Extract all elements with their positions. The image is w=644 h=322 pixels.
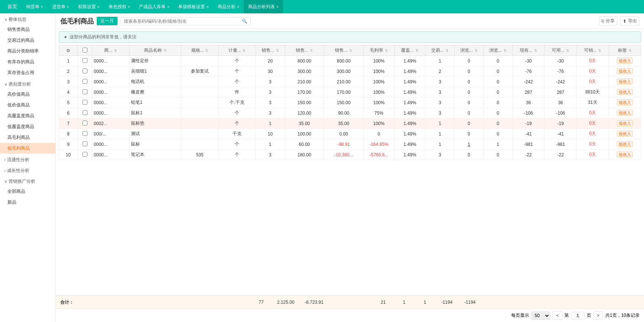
row-checkbox[interactable] — [83, 100, 87, 105]
col-header-trade[interactable]: 交易... ⇅ — [426, 45, 455, 56]
sidebar-group-growth[interactable]: › 成长性分析 — [0, 165, 55, 175]
row-checkbox[interactable] — [83, 121, 87, 125]
cell-spec — [181, 56, 218, 66]
col-header-sales-profit[interactable]: 销售... ⇅ — [324, 45, 363, 56]
row-checkbox[interactable] — [83, 68, 87, 73]
sidebar-item-low-coverage[interactable]: 低覆盖度商品 — [0, 121, 55, 132]
cell-name: 电话机 — [129, 77, 181, 87]
close-icon[interactable]: × — [97, 5, 100, 9]
table-row: 8 000/... 测试 千克 10 100.00 0.00 0 1.49% 1… — [59, 129, 641, 139]
sidebar-group-category[interactable]: ∨ 类别度分析 — [0, 78, 55, 89]
cell-no: 3 — [59, 77, 78, 87]
col-header-current[interactable]: 现有... ⇅ — [512, 45, 544, 56]
next-page-button[interactable]: ＞ — [593, 311, 603, 320]
close-icon[interactable]: × — [167, 5, 169, 9]
cell-no: 1 — [59, 56, 78, 66]
cell-checkbox[interactable] — [78, 150, 92, 160]
cell-sales-profit: -10,380... — [324, 150, 363, 160]
prev-page-button[interactable]: ＜ — [552, 311, 562, 320]
search-input[interactable] — [124, 19, 242, 24]
cell-checkbox[interactable] — [78, 56, 92, 66]
export-button[interactable]: ⬆ 导出 — [620, 16, 640, 26]
sidebar-group-overall[interactable]: ∨ 整体信息 — [0, 13, 55, 24]
col-header-spec[interactable]: 规格... ⇅ — [181, 45, 218, 56]
search-box[interactable]: 🔍 — [121, 17, 251, 25]
col-header-browse2[interactable]: 浏览... ⇅ — [483, 45, 512, 56]
close-icon[interactable]: × — [128, 5, 130, 9]
row-checkbox[interactable] — [83, 58, 87, 63]
nav-template[interactable]: 单据模板设置 × — [174, 0, 213, 13]
select-all-checkbox[interactable] — [83, 48, 87, 52]
cell-code: 0000... — [92, 139, 129, 150]
col-header-settings[interactable]: ⚙ — [59, 45, 78, 56]
sidebar-item-high-value[interactable]: 高价值商品 — [0, 89, 55, 100]
cell-checkbox[interactable] — [78, 66, 92, 77]
nav-purchase[interactable]: 进货单 × — [48, 0, 74, 13]
col-header-browse1[interactable]: 浏览... ⇅ — [454, 45, 483, 56]
cell-checkbox[interactable] — [78, 129, 92, 139]
sidebar-item-low-value[interactable]: 低价值商品 — [0, 100, 55, 111]
cell-unit: 个 — [218, 77, 256, 87]
nav-sales[interactable]: 销货单 × — [22, 0, 48, 13]
sidebar-item-stock-capital[interactable]: 库存资金占用 — [0, 67, 55, 78]
row-checkbox[interactable] — [83, 79, 87, 84]
row-checkbox[interactable] — [83, 131, 87, 136]
col-header-sales-qty[interactable]: 销售... ⇅ — [256, 45, 285, 56]
data-table: ⚙ 商... ⇅ 商品名称 ⇅ 规格... ⇅ 计量... ⇅ 销售... ⇅ … — [59, 45, 641, 160]
cell-code: 0000... — [92, 98, 129, 108]
col-header-checkbox[interactable] — [78, 45, 92, 56]
share-button[interactable]: ⎘ 分享 — [599, 16, 617, 26]
sidebar-item-all-goods[interactable]: 全部商品 — [0, 186, 55, 197]
col-header-code[interactable]: 商... ⇅ — [92, 45, 129, 56]
col-header-unit[interactable]: 计量... ⇅ — [218, 45, 256, 56]
cell-browse1[interactable]: 1 — [454, 139, 483, 150]
close-icon[interactable]: × — [206, 5, 209, 9]
sidebar-group-liquidity[interactable]: › 流通性分析 — [0, 154, 55, 165]
sidebar-item-category-rate[interactable]: 商品分类助销率 — [0, 46, 55, 57]
row-checkbox[interactable] — [83, 89, 87, 94]
col-header-sales-amt[interactable]: 销售... ⇅ — [285, 45, 324, 56]
col-header-tag[interactable]: 标签 ⇅ — [609, 45, 641, 56]
cell-name: 鼠标垫 — [129, 118, 181, 129]
nav-goods-analysis[interactable]: 商品分析 × — [213, 0, 244, 13]
sidebar-item-low-margin[interactable]: 低毛利商品 — [0, 143, 55, 154]
table-container[interactable]: ⚙ 商... ⇅ 商品名称 ⇅ 规格... ⇅ 计量... ⇅ 销售... ⇅ … — [56, 45, 644, 295]
cell-tag: 低收入 — [609, 139, 641, 150]
sidebar-item-high-coverage[interactable]: 高覆盖度商品 — [0, 111, 55, 121]
cell-checkbox[interactable] — [78, 98, 92, 108]
close-icon[interactable]: × — [276, 5, 279, 9]
row-checkbox[interactable] — [83, 141, 87, 146]
nav-role-auth[interactable]: 角色授权 × — [104, 0, 135, 13]
page-number-input[interactable] — [571, 312, 584, 319]
cell-checkbox[interactable] — [78, 108, 92, 118]
cell-tag: 低收入 — [609, 150, 641, 160]
sidebar-item-high-margin[interactable]: 高毛利商品 — [0, 132, 55, 143]
sidebar-item-new-goods[interactable]: 新品 — [0, 197, 55, 208]
cell-checkbox[interactable] — [78, 139, 92, 150]
col-header-gross-rate[interactable]: 毛利率 ⇅ — [363, 45, 394, 56]
sidebar-item-sales-goods[interactable]: 销售类商品 — [0, 24, 55, 35]
nav-product-inbound[interactable]: 产成品入库单 × — [134, 0, 174, 13]
col-header-name[interactable]: 商品名称 ⇅ — [129, 45, 181, 56]
sidebar-item-stock-goods[interactable]: 有库存的商品 — [0, 57, 55, 67]
search-icon[interactable]: 🔍 — [242, 19, 247, 24]
cell-checkbox[interactable] — [78, 118, 92, 129]
sidebar-group-marketing[interactable]: ∨ 营销推广分析 — [0, 175, 55, 186]
sidebar-item-traded-goods[interactable]: 交易过的商品 — [0, 35, 55, 46]
close-icon[interactable]: × — [67, 5, 69, 9]
per-page-select[interactable]: 50 100 200 — [531, 312, 550, 320]
filter-recent-month-button[interactable]: 近一月 — [97, 17, 118, 25]
cell-checkbox[interactable] — [78, 77, 92, 87]
col-header-saleable[interactable]: 可销... ⇅ — [577, 45, 609, 56]
row-checkbox[interactable] — [83, 110, 87, 115]
cell-sales-profit: 35.00 — [324, 118, 363, 129]
close-icon[interactable]: × — [41, 5, 43, 9]
col-header-avail[interactable]: 可用... ⇅ — [545, 45, 577, 56]
cell-checkbox[interactable] — [78, 87, 92, 98]
row-checkbox[interactable] — [83, 152, 87, 157]
nav-home[interactable]: 首页 — [3, 0, 22, 13]
close-icon[interactable]: × — [237, 5, 239, 9]
nav-goods-analysis-list[interactable]: 商品分析列表 × — [244, 0, 283, 13]
col-header-cover[interactable]: 覆盖... ⇅ — [394, 45, 425, 56]
nav-permissions[interactable]: 权限设置 × — [74, 0, 104, 13]
